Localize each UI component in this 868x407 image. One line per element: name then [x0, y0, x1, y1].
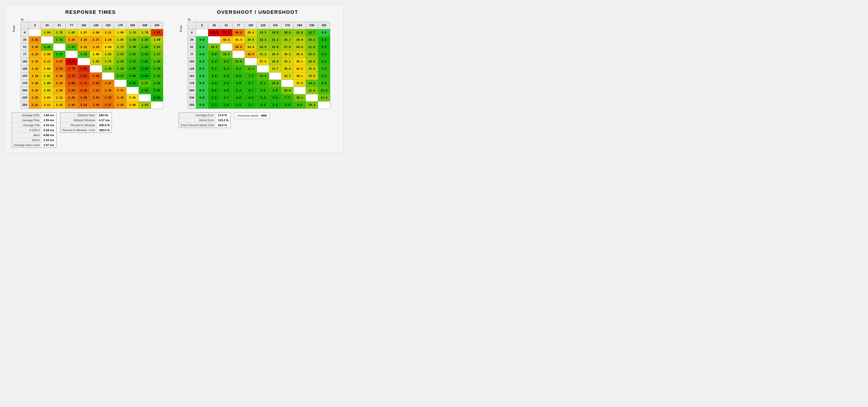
matrix-cell: 39.1: [293, 58, 306, 65]
stats-value: 44.5 %: [216, 123, 230, 128]
matrix-cell: 2.08: [41, 51, 53, 58]
matrix-cell: 1.99: [90, 51, 102, 58]
matrix-cell: 29.0: [293, 36, 306, 44]
matrix-cell: 8.3: [318, 72, 330, 80]
matrix-cell: 2.50: [90, 101, 102, 109]
main-container: RESPONSE TIMES To From 02651771021281531…: [4, 4, 344, 153]
stats-label: Refresh Window: [60, 118, 97, 123]
matrix-cell: 2.01: [127, 94, 139, 101]
matrix-cell: 1.51: [151, 44, 163, 51]
matrix-cell: 2.12: [53, 94, 66, 101]
matrix-cell: 1.99: [114, 29, 127, 36]
matrix-cell: 1.83: [90, 58, 102, 65]
matrix-cell: 22.8: [293, 29, 306, 36]
matrix-cell: [139, 94, 151, 101]
matrix-cell: 2.11: [102, 29, 114, 36]
matrix-cell: 2.34: [114, 94, 127, 101]
matrix-cell: 0.0: [196, 58, 208, 65]
matrix-cell: [53, 44, 66, 51]
matrix-cell: 1.82: [102, 51, 114, 58]
matrix-cell: 2.54: [78, 101, 90, 109]
matrix-cell: 0.0: [196, 94, 208, 101]
matrix-cell: 1.26: [41, 44, 53, 51]
matrix-cell: 5.7: [245, 80, 257, 87]
matrix-cell: 2.23: [29, 51, 41, 58]
matrix-cell: 5.0: [318, 51, 330, 58]
matrix-cell: 23.3: [257, 29, 269, 36]
matrix-cell: 33.5: [306, 72, 318, 80]
matrix-cell: [196, 29, 208, 36]
matrix-cell: 8.9: [293, 101, 306, 109]
stats-label: Average Dark Level: [12, 143, 41, 148]
matrix-cell: 1.7: [208, 101, 220, 109]
matrix-cell: 2.62: [90, 72, 102, 80]
matrix-cell: 1.84: [41, 29, 53, 36]
matrix-cell: 2.22: [78, 44, 90, 51]
matrix-cell: 1.02: [151, 87, 163, 94]
matrix-cell: 2.52: [90, 94, 102, 101]
matrix-cell: 1.04: [127, 72, 139, 80]
matrix-cell: 4.7: [220, 94, 232, 101]
matrix-cell: 1.74: [127, 29, 139, 36]
matrix-cell: 2.59: [66, 87, 78, 94]
matrix-cell: 14.1: [306, 80, 318, 87]
matrix-cell: 19.1: [293, 94, 306, 101]
stats-label: Percent In Window +1ms: [60, 128, 97, 133]
stats-label: 0-255-0: [12, 128, 41, 133]
matrix-cell: 1.69: [151, 36, 163, 44]
rt-stats-row: Average G2G1.94 msAverage Rise1.55 msAve…: [11, 113, 169, 148]
stats-label: Average G2G: [12, 113, 41, 118]
matrix-cell: 2.09: [127, 101, 139, 109]
matrix-cell: 1.26: [151, 58, 163, 65]
sections-row: RESPONSE TIMES To From 02651771021281531…: [11, 9, 337, 148]
matrix-cell: 0.0: [196, 87, 208, 94]
matrix-cell: 2.04: [102, 44, 114, 51]
rt-matrix-table-container: 026517710212815317920423025501.841.781.8…: [21, 22, 163, 109]
matrix-cell: [257, 65, 269, 72]
matrix-cell: 1.72: [114, 44, 127, 51]
matrix-cell: 2.11: [41, 101, 53, 109]
matrix-cell: 2.04: [41, 65, 53, 72]
stats-value: 100.0 %: [97, 123, 112, 128]
matrix-cell: 2.25: [29, 94, 41, 101]
matrix-cell: 1.13: [53, 51, 66, 58]
matrix-cell: 25.7: [281, 36, 293, 44]
stats-label: Average Fall: [12, 123, 41, 128]
matrix-cell: 2.20: [29, 80, 41, 87]
matrix-cell: 1.32: [114, 65, 127, 72]
matrix-cell: 1.13: [127, 58, 139, 65]
matrix-cell: 37.6: [293, 80, 306, 87]
matrix-cell: 6.1: [318, 58, 330, 65]
os-stats-row: Average Error17.8 %Worst Error115.2 %Err…: [179, 113, 337, 128]
matrix-cell: 1.12: [139, 51, 151, 58]
matrix-cell: 21.2: [269, 36, 281, 44]
matrix-cell: 5.8: [208, 72, 220, 80]
matrix-cell: 0.94: [127, 80, 139, 87]
matrix-cell: 2.47: [53, 58, 66, 65]
matrix-cell: 34.4: [293, 51, 306, 58]
matrix-cell: 5.7: [208, 65, 220, 72]
matrix-cell: 2.50: [53, 65, 66, 72]
stats-value: 100.0 %: [97, 128, 112, 133]
matrix-cell: 29.9: [293, 44, 306, 51]
os-matrix-wrapper: To From 02651771021281531792042302550115…: [179, 18, 337, 109]
matrix-cell: 2.87: [151, 29, 163, 36]
stats-value: 0.88 ms: [41, 133, 56, 138]
matrix-cell: 6.2: [220, 65, 232, 72]
matrix-cell: 2.60: [78, 94, 90, 101]
matrix-cell: [78, 58, 90, 65]
os-matrix-table-container: 02651771021281531792042302550115.295.558…: [188, 22, 330, 109]
matrix-cell: 9.1: [220, 58, 232, 65]
matrix-cell: [151, 101, 163, 109]
os-stats-left-box: Average Error17.8 %Worst Error115.2 %Err…: [179, 113, 231, 128]
matrix-cell: 8.2: [232, 65, 245, 72]
matrix-cell: 27.6: [281, 44, 293, 51]
response-times-section: RESPONSE TIMES To From 02651771021281531…: [11, 9, 169, 148]
matrix-cell: [114, 80, 127, 87]
matrix-cell: 33.2: [281, 51, 293, 58]
matrix-cell: 2.79: [66, 65, 78, 72]
matrix-cell: 20.4: [306, 101, 318, 109]
matrix-cell: 3.8: [220, 101, 232, 109]
matrix-cell: 95.5: [220, 29, 232, 36]
matrix-cell: 1.02: [139, 58, 151, 65]
